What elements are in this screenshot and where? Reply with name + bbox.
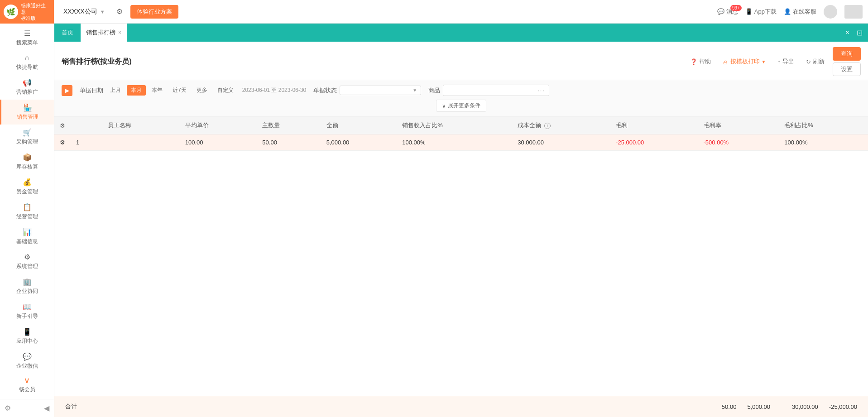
footer-sales-ratio: [776, 405, 786, 408]
status-select[interactable]: ▼: [340, 86, 421, 95]
row-profit-rate: -500.00%: [698, 134, 779, 151]
footer-total: 5,000.00: [742, 402, 776, 412]
filter-toggle-btn[interactable]: ▶: [62, 85, 72, 96]
industry-btn[interactable]: 体验行业方案: [130, 5, 178, 19]
user-name: [844, 5, 863, 19]
pill-last-month[interactable]: 上月: [106, 85, 125, 96]
col-profit: 毛利: [610, 117, 698, 134]
sidebar-item-operation[interactable]: 📋 经营管理: [0, 199, 54, 224]
tab-home[interactable]: 首页: [54, 24, 81, 42]
row-quantity: 50.00: [257, 134, 321, 151]
company-selector[interactable]: XXXXX公司 ▼: [60, 6, 109, 18]
sidebar-item-search-order[interactable]: ☰ 搜索菜单: [0, 25, 54, 50]
user-avatar[interactable]: [824, 5, 837, 19]
operation-icon: 📋: [23, 203, 32, 211]
sidebar: 🌿 畅康通好生意 标准版 ☰ 搜索菜单 ⌂ 快捷导航 📢 营销推广 🏪 销售管理…: [0, 0, 54, 417]
sidebar-item-quick-nav[interactable]: ⌂ 快捷导航: [0, 50, 54, 75]
tab-sales-ranking[interactable]: 销售排行榜 ×: [81, 24, 127, 42]
sidebar-collapse-btn[interactable]: ◀: [44, 404, 49, 412]
guide-icon: 📖: [23, 302, 32, 311]
date-filter-label: 单据日期: [80, 86, 103, 95]
pill-7-days[interactable]: 近7天: [168, 85, 191, 96]
date-range-text: 2023-06-01 至 2023-06-30: [242, 86, 306, 94]
sidebar-item-enterprise[interactable]: 🏢 企业协同: [0, 274, 54, 299]
col-total: 全额: [321, 117, 397, 134]
window-maximize-btn[interactable]: ⊡: [855, 27, 864, 39]
sidebar-item-guide[interactable]: 📖 新手引导: [0, 299, 54, 324]
inventory-icon: 📦: [23, 153, 32, 162]
footer-avg: [96, 405, 132, 408]
system-icon: ⚙: [24, 253, 30, 261]
cost-info-icon[interactable]: i: [544, 123, 551, 129]
content-area: 销售排行榜(按业务员) ❓ 帮助 🖨 按模板打印 ▼ ↑ 导出: [54, 42, 868, 417]
row-rank: 1: [71, 134, 102, 151]
col-avg-price: 平均单价: [180, 117, 257, 134]
print-dropdown-icon: ▼: [762, 59, 766, 64]
goods-filter: 商品 ···: [428, 85, 549, 96]
sales-table: ⚙ 员工名称 平均单价 主数量 全额 销售收入占比% 成本全额 i 毛利: [54, 117, 868, 151]
export-btn[interactable]: ↑ 导出: [774, 56, 798, 67]
topbar-right: 💬 消息 99+ 📱 App下载 👤 在线客服: [717, 5, 863, 19]
purchase-icon: 🛒: [23, 128, 32, 137]
col-settings[interactable]: ⚙: [54, 117, 71, 134]
pill-more[interactable]: 更多: [192, 85, 211, 96]
sidebar-item-finance[interactable]: 💰 资金管理: [0, 174, 54, 199]
marketing-icon: 📢: [23, 78, 32, 87]
row-cost: 30,000.00: [512, 134, 610, 151]
service-icon: 👤: [784, 8, 791, 15]
mobile-icon: 📱: [745, 8, 753, 15]
finance-icon: 💰: [23, 178, 32, 187]
sidebar-item-wechat[interactable]: 💬 企业微信: [0, 349, 54, 374]
status-filter-label: 单据状态: [313, 86, 337, 95]
sidebar-item-system[interactable]: ⚙ 系统管理: [0, 249, 54, 274]
page-container: 销售排行榜(按业务员) ❓ 帮助 🖨 按模板打印 ▼ ↑ 导出: [54, 42, 868, 417]
sidebar-item-app-center[interactable]: 📱 应用中心: [0, 324, 54, 349]
main-area: XXXXX公司 ▼ ⚙ 体验行业方案 💬 消息 99+ 📱 App下载 👤 在线…: [54, 0, 868, 417]
sidebar-settings-btn[interactable]: ⚙: [5, 404, 11, 412]
expand-more-btn[interactable]: ∨ 展开更多条件: [436, 100, 486, 112]
app-download-btn[interactable]: 📱 App下载: [745, 8, 777, 16]
sidebar-item-basic-info[interactable]: 📊 基础信息: [0, 224, 54, 249]
message-btn[interactable]: 💬 消息 99+: [717, 8, 738, 16]
member-icon: V: [25, 377, 29, 384]
sidebar-item-sales[interactable]: 🏪 销售管理: [0, 100, 54, 125]
tabbar: 首页 销售排行榜 × × ⊡: [54, 24, 868, 42]
tabbar-controls: × ⊡: [844, 27, 868, 39]
window-close-btn[interactable]: ×: [844, 27, 851, 38]
message-badge: 99+: [730, 5, 742, 11]
logo-icon: 🌿: [4, 5, 18, 19]
col-sales-ratio: 销售收入占比%: [397, 117, 512, 134]
query-btn[interactable]: 查询: [833, 47, 861, 61]
date-filter: 单据日期 上月 本月 本年 近7天 更多 自定义 2023-06-01 至 20…: [80, 85, 306, 96]
topbar-settings-btn[interactable]: ⚙: [113, 5, 126, 18]
goods-input[interactable]: ···: [443, 85, 549, 96]
company-name: XXXXX公司: [63, 8, 97, 16]
pill-this-month[interactable]: 本月: [127, 85, 146, 96]
pill-this-year[interactable]: 本年: [148, 85, 167, 96]
tab-close-btn[interactable]: ×: [118, 29, 121, 36]
pill-custom[interactable]: 自定义: [213, 85, 238, 96]
sidebar-item-member[interactable]: V 畅会员: [0, 374, 54, 397]
col-rank: [71, 117, 102, 134]
sidebar-item-purchase[interactable]: 🛒 采购管理: [0, 125, 54, 149]
search-order-icon: ☰: [24, 29, 30, 38]
col-employee: 员工名称: [102, 117, 180, 134]
app-center-icon: 📱: [23, 327, 32, 336]
sidebar-nav: ☰ 搜索菜单 ⌂ 快捷导航 📢 营销推广 🏪 销售管理 🛒 采购管理 📦 库存核…: [0, 24, 54, 399]
app-logo: 🌿 畅康通好生意 标准版: [0, 0, 54, 24]
expand-row: ∨ 展开更多条件: [62, 100, 861, 112]
col-profit-ratio: 毛利占比%: [779, 117, 868, 134]
help-btn[interactable]: ❓ 帮助: [686, 56, 715, 67]
settings-btn[interactable]: 设置: [833, 62, 861, 76]
table-row: ⚙ 1 100.00 50.00 5,000.00 100.00% 30,000…: [54, 134, 868, 151]
print-btn[interactable]: 🖨 按模板打印 ▼: [719, 56, 770, 67]
table-container: ⚙ 员工名称 平均单价 主数量 全额 销售收入占比% 成本全额 i 毛利: [54, 117, 868, 396]
row-sales-ratio: 100.00%: [397, 134, 512, 151]
status-filter: 单据状态 ▼: [313, 86, 421, 95]
online-service-btn[interactable]: 👤 在线客服: [784, 8, 816, 16]
sidebar-item-inventory[interactable]: 📦 库存核算: [0, 149, 54, 174]
sidebar-item-marketing[interactable]: 📢 营销推广: [0, 75, 54, 100]
col-cost: 成本全额 i: [512, 117, 610, 134]
row-settings[interactable]: ⚙: [54, 134, 71, 151]
refresh-btn[interactable]: ↻ 刷新: [802, 56, 828, 67]
